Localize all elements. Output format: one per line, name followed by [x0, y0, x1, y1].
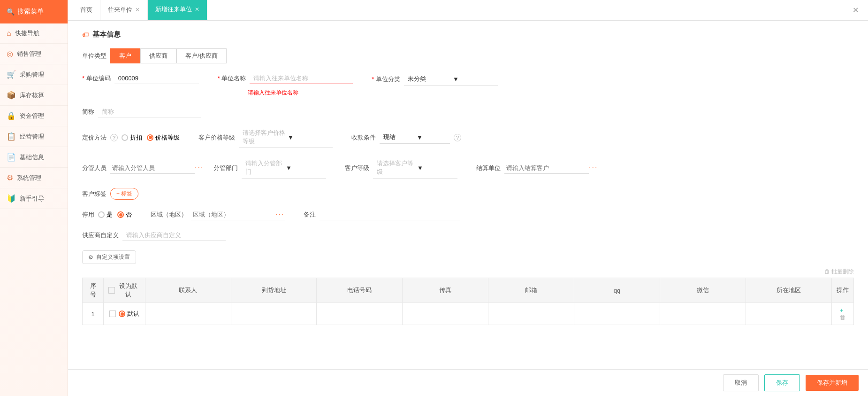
unit-type-row: 单位类型 客户 供应商 客户/供应商 [82, 48, 854, 63]
pricing-method-help[interactable]: ? [110, 134, 118, 141]
search-icon: 🔍 [7, 8, 15, 16]
tab-new-partner-close[interactable]: ✕ [195, 6, 199, 13]
settlement-unit-more-btn[interactable]: ··· [587, 163, 600, 172]
col-fax: 传真 [403, 278, 488, 303]
save-new-button[interactable]: 保存并新增 [806, 375, 859, 391]
sidebar-item-operations[interactable]: 📋 经营管理 [0, 126, 68, 147]
supplier-custom-input[interactable] [122, 230, 226, 241]
pricing-method-radios: 折扣 价格等级 [122, 133, 180, 142]
unit-category-select[interactable]: 未分类 ▼ [404, 73, 498, 85]
manager-more-btn[interactable]: ··· [193, 163, 206, 172]
col-email: 邮箱 [488, 278, 574, 303]
wechat-input[interactable] [665, 309, 741, 319]
table-row: 1 默认 [83, 303, 854, 325]
disabled-radios: 是 否 [98, 210, 132, 219]
payment-terms-select[interactable]: 现结 ▼ [380, 131, 450, 144]
unit-category-label: 单位分类 [372, 75, 400, 84]
sidebar-item-basic-info[interactable]: 📄 基础信息 [0, 147, 68, 168]
cell-qq[interactable] [574, 303, 660, 325]
operations-icon: 📋 [7, 132, 16, 141]
sidebar-item-quick-nav[interactable]: ⌂ 快捷导航 [0, 23, 68, 44]
tab-partners[interactable]: 往来单位 ✕ [100, 0, 148, 20]
customer-price-level-select[interactable]: 请选择客户价格等级 ▼ [239, 127, 333, 148]
sidebar-item-new-guide[interactable]: 🔰 新手引导 [0, 188, 68, 209]
address-input[interactable] [236, 309, 312, 319]
global-close-button[interactable]: ✕ [848, 6, 863, 15]
guide-icon: 🔰 [7, 194, 16, 203]
unit-type-customer-btn[interactable]: 客户 [110, 48, 140, 63]
fax-input[interactable] [407, 309, 483, 319]
sidebar-item-inventory[interactable]: 📦 库存核算 [0, 85, 68, 106]
contact-input[interactable] [150, 309, 226, 319]
row-checkbox[interactable] [109, 311, 116, 317]
sidebar-item-finance[interactable]: 🔒 资金管理 [0, 106, 68, 126]
settlement-unit-group: 结算单位 ··· [476, 163, 589, 174]
unit-type-label: 单位类型 [82, 52, 107, 60]
phone-input[interactable] [321, 309, 397, 319]
unit-type-both-btn[interactable]: 客户/供应商 [176, 48, 227, 63]
customer-level-select[interactable]: 请选择客户等级 ▼ [373, 157, 457, 179]
note-input[interactable] [320, 209, 460, 220]
region-more-btn[interactable]: ··· [274, 210, 286, 219]
radio-price-level[interactable]: 价格等级 [147, 133, 180, 142]
table-header-row: 序号 设为默认 联系人 到货地址 电话号码 传真 邮箱 qq [83, 278, 854, 303]
unit-type-supplier-btn[interactable]: 供应商 [140, 48, 176, 63]
cell-contact[interactable] [145, 303, 231, 325]
pricing-method-group: 定价方法 ? 折扣 价格等级 [82, 133, 180, 142]
payment-terms-help[interactable]: ? [454, 134, 461, 141]
tab-home[interactable]: 首页 [73, 0, 100, 20]
add-tag-button[interactable]: + 标签 [110, 188, 138, 200]
cell-region[interactable] [746, 303, 831, 325]
manager-input[interactable] [110, 163, 193, 173]
unit-name-input[interactable] [250, 73, 353, 84]
sidebar-top: 🔍 搜索菜单 [0, 0, 68, 23]
add-tag-label: + 标签 [116, 190, 132, 198]
radio-disabled-no[interactable]: 否 [117, 210, 132, 219]
form-area: 🏷 基本信息 单位类型 客户 供应商 客户/供应商 单位编码 单位名 [68, 21, 868, 369]
sidebar-item-purchase[interactable]: 🛒 采购管理 [0, 64, 68, 85]
tab-partners-close[interactable]: ✕ [135, 7, 140, 13]
sidebar-item-label: 资金管理 [20, 112, 44, 120]
col-region: 所在地区 [746, 278, 831, 303]
unit-code-input[interactable] [114, 73, 199, 84]
sidebar-item-sales[interactable]: ◎ 销售管理 [0, 44, 68, 64]
unit-name-label: 单位名称 [218, 74, 246, 83]
section-icon: 🏷 [82, 31, 89, 39]
radio-discount[interactable]: 折扣 [122, 133, 142, 142]
radio-disabled-yes[interactable]: 是 [98, 210, 113, 219]
sidebar-item-system[interactable]: ⚙ 系统管理 [0, 168, 68, 188]
payment-terms-chevron: ▼ [417, 134, 448, 141]
basic-info-icon: 📄 [7, 153, 16, 162]
col-phone: 电话号码 [317, 278, 403, 303]
delete-row-btn[interactable]: 🗑 [839, 314, 845, 321]
cell-email[interactable] [488, 303, 574, 325]
bottom-action-bar: 取消 保存 保存并新增 [68, 369, 868, 396]
department-select[interactable]: 请输入分管部门 ▼ [242, 157, 326, 179]
region-table-input[interactable] [751, 309, 827, 319]
email-input[interactable] [493, 309, 569, 319]
custom-settings-button[interactable]: ⚙ 自定义项设置 [82, 250, 136, 264]
qq-input[interactable] [579, 309, 655, 319]
col-contact: 联系人 [145, 278, 231, 303]
search-menu-item[interactable]: 🔍 搜索菜单 [0, 5, 68, 19]
short-name-input[interactable] [98, 106, 201, 117]
cell-default: 默认 [104, 303, 145, 325]
radio-price-level-circle [147, 134, 153, 141]
add-row-btn[interactable]: + [840, 307, 844, 314]
row-default-radio[interactable]: 默认 [119, 310, 139, 318]
search-menu-label: 搜索菜单 [17, 8, 44, 16]
disabled-row: 停用 是 否 区域（地区） ··· [82, 209, 854, 220]
cell-wechat[interactable] [660, 303, 746, 325]
cell-phone[interactable] [317, 303, 403, 325]
customer-level-group: 客户等级 请选择客户等级 ▼ [345, 157, 457, 179]
settlement-unit-input[interactable] [504, 163, 587, 173]
tab-bar: 首页 往来单位 ✕ 新增往来单位 ✕ ✕ [68, 0, 868, 21]
col-address: 到货地址 [231, 278, 317, 303]
tab-new-partner[interactable]: 新增往来单位 ✕ [148, 0, 207, 20]
cell-address[interactable] [231, 303, 317, 325]
save-button[interactable]: 保存 [764, 374, 800, 391]
cancel-button[interactable]: 取消 [723, 374, 759, 391]
cell-fax[interactable] [403, 303, 488, 325]
region-input[interactable] [191, 209, 274, 220]
header-checkbox[interactable] [108, 287, 115, 294]
